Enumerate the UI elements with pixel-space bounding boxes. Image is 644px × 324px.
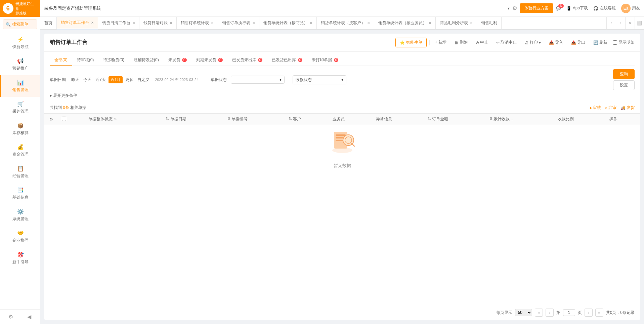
app-download-btn[interactable]: 📱 App下载 bbox=[566, 5, 588, 11]
date-opt-1month[interactable]: 近1月 bbox=[109, 76, 123, 83]
export-icon: 📤 bbox=[571, 40, 576, 45]
tab-close-sales-summary-product[interactable]: ✕ bbox=[310, 21, 312, 25]
tab-close-sales-summary-staff[interactable]: ✕ bbox=[429, 21, 431, 25]
filter-tab-wangpu-ship[interactable]: 旺铺待发货(0) bbox=[129, 55, 164, 66]
tab-scroll-left[interactable]: ‹ bbox=[606, 17, 616, 30]
sidebar-item-inventory[interactable]: 📦 库存核算 bbox=[0, 118, 40, 140]
sidebar-item-quick-nav[interactable]: ⚡ 快捷导航 bbox=[0, 32, 40, 54]
set-button[interactable]: 设置 bbox=[613, 80, 635, 90]
tab-close-product-margin[interactable]: ✕ bbox=[470, 21, 473, 25]
filter-tab-shipped-out[interactable]: 已发货已出库 0 bbox=[267, 55, 307, 66]
filter-tab-shipped-not-out[interactable]: 已发货未出库 0 bbox=[227, 55, 267, 66]
date-opt-yesterday[interactable]: 昨天 bbox=[70, 76, 81, 83]
date-opt-more[interactable]: 更多 bbox=[124, 76, 135, 83]
first-page-btn[interactable]: « bbox=[535, 309, 543, 317]
expand-conditions-btn[interactable]: ▾ 展开更多条件 bbox=[50, 93, 635, 98]
smart-create-button[interactable]: ⭐ 智能生单 bbox=[395, 38, 427, 47]
prev-page-btn[interactable]: ‹ bbox=[546, 309, 554, 317]
tabbar: 首页 销售订单工作台 ✕ 钱货日清工作台 ✕ 钱货日清对账 ✕ 销售订单统计表 … bbox=[40, 17, 644, 30]
suspend-button[interactable]: ⊘ 中止 bbox=[473, 38, 491, 47]
select-all-checkbox[interactable] bbox=[62, 117, 66, 121]
print-button[interactable]: 🖨 打印 ▾ bbox=[522, 38, 544, 47]
col-settings[interactable]: ⚙ bbox=[44, 114, 58, 125]
tab-close-sales-stat[interactable]: ✕ bbox=[211, 21, 214, 25]
collapse-button[interactable]: ◀ bbox=[22, 312, 38, 321]
col-checkbox[interactable] bbox=[58, 114, 84, 125]
sidebar-item-marketing[interactable]: 📢 营销推广 bbox=[0, 54, 40, 75]
tab-cash-reconcile[interactable]: 钱货日清对账 ✕ bbox=[139, 17, 177, 30]
tab-close-cash-reconcile[interactable]: ✕ bbox=[170, 21, 172, 25]
topbar-gear-icon[interactable]: ⚙ bbox=[512, 5, 517, 11]
filter-tab-pending-inspect[interactable]: 待拣验货(0) bbox=[98, 55, 129, 66]
tab-sales-exec[interactable]: 销售订单执行表 ✕ bbox=[218, 17, 259, 30]
tab-sales-summary-product[interactable]: 销货单统计表（按商品） ✕ bbox=[259, 17, 317, 30]
date-opt-today[interactable]: 今天 bbox=[82, 76, 93, 83]
sidebar-item-basic-info[interactable]: 📑 基础信息 bbox=[0, 183, 40, 204]
col-date[interactable]: ⇅ 单据日期 bbox=[162, 114, 223, 125]
tab-sales-summary-staff[interactable]: 销货单统计表（按业务员） ✕ bbox=[374, 17, 436, 30]
tab-sales-workbench[interactable]: 销售订单工作台 ✕ bbox=[57, 17, 98, 30]
status-select[interactable]: ▾ bbox=[231, 76, 285, 84]
export-button[interactable]: 📤 导出 bbox=[568, 38, 588, 47]
settings-bottom-button[interactable]: ⚙ bbox=[3, 312, 19, 321]
date-opt-custom[interactable]: 自定义 bbox=[136, 76, 151, 83]
filter-tab-unprinted[interactable]: 未打印单据 0 bbox=[307, 55, 343, 66]
sidebar-item-system[interactable]: ⚙️ 系统管理 bbox=[0, 204, 40, 226]
tab-home[interactable]: 首页 bbox=[40, 17, 57, 30]
col-customer[interactable]: ⇅ 客户 bbox=[285, 114, 329, 125]
page-size-select[interactable]: 50 10 20 100 bbox=[515, 309, 532, 316]
sidebar-item-operations[interactable]: 📋 经营管理 bbox=[0, 161, 40, 183]
search-menu-button[interactable]: 🔍 搜索菜单 bbox=[3, 19, 37, 29]
col-number[interactable]: ⇅ 单据编号 bbox=[223, 114, 285, 125]
filter-tab-pending-review[interactable]: 待审核(0) bbox=[72, 55, 99, 66]
show-detail-input[interactable] bbox=[613, 40, 617, 45]
message-btn[interactable]: 💬 6 bbox=[556, 6, 561, 11]
tab-close-sales-summary-customer[interactable]: ✕ bbox=[367, 21, 370, 25]
sidebar-item-sales[interactable]: 📊 销售管理 bbox=[0, 75, 40, 97]
ship-btn[interactable]: 🚚 发货 bbox=[620, 105, 635, 111]
tab-close-all[interactable]: ✕ bbox=[625, 17, 635, 30]
col-collected[interactable]: ⇅ 累计收款... bbox=[485, 114, 554, 125]
col-status[interactable]: 单据整体状态 ⇅ bbox=[84, 114, 162, 125]
sort-icon-amount: ⇅ bbox=[428, 117, 431, 121]
tab-expand[interactable]: ⬜ bbox=[635, 17, 644, 30]
tab-scroll-right[interactable]: › bbox=[616, 17, 625, 30]
tab-sales-stat[interactable]: 销售订单统计表 ✕ bbox=[177, 17, 218, 30]
col-ratio: 收款比例 bbox=[554, 114, 605, 125]
tab-sales-profit[interactable]: 销售毛利 bbox=[477, 17, 502, 30]
industry-btn[interactable]: 体验行业方案 bbox=[520, 3, 553, 13]
sidebar-item-guide[interactable]: 🎯 新手引导 bbox=[0, 247, 40, 269]
import-button[interactable]: 📥 导入 bbox=[546, 38, 566, 47]
online-service-btn[interactable]: 🎧 在线客服 bbox=[593, 5, 616, 11]
tab-close-sales-workbench[interactable]: ✕ bbox=[91, 21, 94, 25]
user-profile-btn[interactable]: Ea 用友 bbox=[621, 4, 640, 13]
col-amount[interactable]: ⇅ 订单金额 bbox=[424, 114, 485, 125]
tab-product-margin[interactable]: 商品毛利分析表 ✕ bbox=[436, 17, 477, 30]
query-button[interactable]: 查询 bbox=[613, 69, 635, 79]
refresh-button[interactable]: 🔄 刷新 bbox=[591, 38, 610, 47]
page-input[interactable] bbox=[563, 309, 575, 316]
sidebar-item-finance[interactable]: 💰 资金管理 bbox=[0, 140, 40, 161]
next-page-btn[interactable]: › bbox=[585, 309, 593, 317]
filter-tab-unshipped[interactable]: 未发货 0 bbox=[164, 55, 191, 66]
payment-select[interactable]: 收款状态 ▾ bbox=[293, 75, 346, 84]
sidebar-item-purchase[interactable]: 🛒 采购管理 bbox=[0, 97, 40, 118]
add-button[interactable]: + 新增 bbox=[432, 38, 449, 47]
filter-tab-overdue[interactable]: 到期未发货 0 bbox=[191, 55, 227, 66]
tab-close-cash-daily[interactable]: ✕ bbox=[132, 21, 135, 25]
cancel-suspend-button[interactable]: ↩ 取消中止 bbox=[493, 38, 519, 47]
sidebar-item-enterprise[interactable]: 🤝 企业协同 bbox=[0, 226, 40, 247]
table-scroll-area[interactable]: ⚙ 单据整体状态 ⇅ ⇅ 单据日期 bbox=[44, 113, 640, 305]
delete-button[interactable]: 🗑 删除 bbox=[452, 38, 470, 47]
show-detail-checkbox[interactable]: 显示明细 bbox=[613, 40, 635, 45]
tab-close-sales-exec[interactable]: ✕ bbox=[252, 21, 255, 25]
tab-cash-daily[interactable]: 钱货日清工作台 ✕ bbox=[98, 17, 139, 30]
tab-sales-summary-customer[interactable]: 销货单统计表（按客户） ✕ bbox=[317, 17, 374, 30]
date-opt-7days[interactable]: 近7天 bbox=[94, 76, 107, 83]
audit-btn[interactable]: ● 审核 bbox=[590, 105, 601, 111]
last-page-btn[interactable]: » bbox=[595, 309, 603, 317]
sort-icon-collected: ⇅ bbox=[489, 117, 492, 121]
system-dropdown[interactable]: ▾ bbox=[508, 6, 510, 11]
filter-tab-all[interactable]: 全部(0) bbox=[50, 55, 72, 66]
abandon-audit-btn[interactable]: ○ 弃审 bbox=[605, 105, 616, 111]
